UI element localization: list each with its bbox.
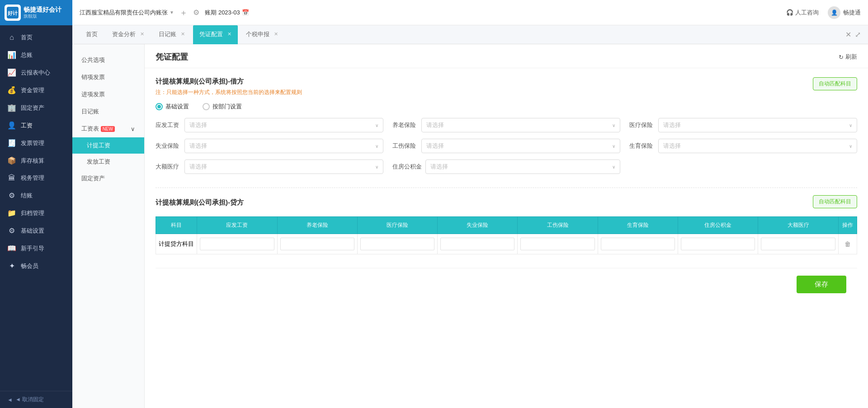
delete-row-button[interactable]: 🗑	[844, 240, 851, 248]
left-menu-purchase[interactable]: 进项发票	[72, 86, 144, 103]
cancel-pin-button[interactable]: ◄ ◄ 取消固定	[0, 391, 72, 408]
tabbar: 首页 资金分析 ✕ 日记账 ✕ 凭证配置 ✕ 个税申报 ✕ ✕ ⤢	[72, 25, 868, 44]
input-ylbx[interactable]	[280, 238, 354, 250]
sidebar-item-invoice[interactable]: 🧾 发票管理	[0, 134, 72, 152]
tabbar-actions: ✕ ⤢	[845, 30, 861, 39]
settings-button[interactable]: ⚙	[193, 8, 199, 17]
sidebar-item-label: 固定资产	[21, 104, 44, 112]
col-zfgjj: 住房公积金	[678, 217, 758, 234]
chevron-down-icon: ∨	[612, 144, 615, 149]
left-menu-journal[interactable]: 日记账	[72, 103, 144, 120]
customer-service-button[interactable]: 🎧 人工咨询	[786, 9, 819, 17]
user-menu[interactable]: 👤 畅捷通	[828, 6, 861, 19]
close-tab-icon[interactable]: ✕	[845, 30, 851, 39]
headset-icon: 🎧	[786, 9, 793, 16]
col-action: 操作	[838, 217, 857, 234]
debit-auto-match-button[interactable]: 自动匹配科目	[813, 77, 857, 90]
sidebar-item-ledger[interactable]: 📊 总账	[0, 46, 72, 64]
select-sybx2[interactable]: 请选择 ∨	[658, 139, 857, 153]
input-zfgjj[interactable]	[681, 238, 755, 250]
label-ylbx: 养老保险	[392, 121, 418, 129]
radio-dept[interactable]: 按部门设置	[203, 103, 242, 111]
left-menu-fixed-asset[interactable]: 固定资产	[72, 170, 144, 187]
tab-tax-close[interactable]: ✕	[274, 31, 278, 37]
input-ylbx2[interactable]	[360, 238, 434, 250]
label-sybx2: 生育保险	[629, 142, 655, 150]
sidebar-item-label: 云报表中心	[21, 69, 50, 77]
sidebar-item-asset[interactable]: 🏢 固定资产	[0, 99, 72, 117]
left-menu-pay-salary[interactable]: 发放工资	[72, 154, 144, 170]
close-period-icon: ⚙	[7, 191, 16, 200]
input-dely[interactable]	[761, 238, 835, 250]
sidebar-item-stock[interactable]: 📦 库存核算	[0, 152, 72, 169]
save-button[interactable]: 保存	[797, 276, 846, 293]
form-row-sybx: 失业保险 请选择 ∨	[156, 139, 383, 153]
company-dropdown-icon: ▼	[170, 10, 174, 15]
sidebar-item-report[interactable]: 📈 云报表中心	[0, 64, 72, 81]
input-sybx[interactable]	[440, 238, 514, 250]
sidebar-item-settings[interactable]: ⚙ 基础设置	[0, 222, 72, 239]
member-icon: ✦	[7, 262, 16, 270]
sidebar-item-label: 库存核算	[21, 157, 44, 165]
calendar-icon: 📅	[242, 9, 249, 16]
left-menu-salary-group: 工资表 NEW ∨ 计提工资 发放工资	[72, 120, 144, 170]
table-row: 计提贷方科目 🗑	[156, 234, 857, 254]
tab-journal-close[interactable]: ✕	[181, 31, 185, 37]
expand-tab-icon[interactable]: ⤢	[855, 30, 861, 39]
left-menu-salary-table[interactable]: 工资表 NEW ∨	[72, 120, 144, 137]
select-ylbx2[interactable]: 请选择 ∨	[658, 118, 857, 132]
sidebar-item-fund[interactable]: 💰 资金管理	[0, 81, 72, 99]
label-zfgjj: 住房公积金	[392, 163, 422, 171]
company-selector[interactable]: 江西服宝精品有限责任公司内账张 ▼	[80, 9, 174, 17]
col-ylbx2: 医疗保险	[357, 217, 437, 234]
tab-voucher-close[interactable]: ✕	[227, 31, 231, 37]
period-selector[interactable]: 账期 2023-03 📅	[205, 9, 249, 17]
sidebar-item-salary[interactable]: 👤 工资	[0, 117, 72, 134]
tab-voucher-label: 凭证配置	[199, 30, 223, 38]
add-account-button[interactable]: ＋	[179, 7, 188, 18]
select-dely[interactable]: 请选择 ∨	[184, 159, 383, 174]
left-menu-calc-salary[interactable]: 计提工资	[72, 137, 144, 154]
select-zfgjj[interactable]: 请选择 ∨	[425, 159, 620, 174]
archive-icon: 📁	[7, 209, 16, 217]
refresh-button[interactable]: ↻ 刷新	[839, 53, 857, 61]
sidebar-item-archive[interactable]: 📁 归档管理	[0, 204, 72, 222]
input-gsbx[interactable]	[520, 238, 594, 250]
left-menu-sales[interactable]: 销项发票	[72, 69, 144, 86]
cell-ylbx2	[357, 234, 437, 254]
radio-basic[interactable]: 基础设置	[156, 103, 189, 111]
sidebar-item-label: 结账	[21, 192, 33, 200]
select-sybx[interactable]: 请选择 ∨	[184, 139, 383, 153]
sidebar-item-guide[interactable]: 📖 新手引导	[0, 239, 72, 257]
input-sybx2[interactable]	[601, 238, 675, 250]
new-badge: NEW	[101, 126, 115, 132]
tab-voucher[interactable]: 凭证配置 ✕	[193, 25, 238, 44]
sidebar-item-tax[interactable]: 🏛 税务管理	[0, 169, 72, 187]
app-logo: 好计 畅捷通好会计 旗舰版	[0, 0, 72, 25]
tab-home[interactable]: 首页	[80, 25, 104, 44]
chevron-down-icon: ∨	[612, 123, 615, 128]
select-yfgz[interactable]: 请选择 ∨	[184, 118, 383, 132]
ledger-icon: 📊	[7, 51, 16, 59]
page-body: 计提核算规则(公司承担)-借方 注：只能选择一种方式，系统将按照您当前的选择来配…	[145, 68, 868, 310]
tab-journal[interactable]: 日记账 ✕	[152, 25, 191, 44]
select-ylbx[interactable]: 请选择 ∨	[421, 118, 620, 132]
select-gsbx[interactable]: 请选择 ∨	[421, 139, 620, 153]
avatar-icon: 👤	[831, 9, 838, 16]
cancel-pin-icon: ◄	[7, 397, 13, 403]
tab-fund-close[interactable]: ✕	[140, 31, 144, 37]
sidebar-item-close[interactable]: ⚙ 结账	[0, 187, 72, 204]
tax-icon: 🏛	[7, 174, 16, 182]
sidebar-item-member[interactable]: ✦ 畅会员	[0, 257, 72, 275]
radio-basic-label: 基础设置	[165, 103, 189, 111]
input-yfgz[interactable]	[200, 238, 274, 250]
tab-fund[interactable]: 资金分析 ✕	[106, 25, 151, 44]
sidebar-item-home[interactable]: ⌂ 首页	[0, 29, 72, 46]
col-ylbx: 养老保险	[277, 217, 357, 234]
credit-auto-match-button[interactable]: 自动匹配科目	[813, 195, 857, 208]
settings-icon: ⚙	[7, 226, 16, 235]
tab-tax[interactable]: 个税申报 ✕	[240, 25, 284, 44]
left-menu-public[interactable]: 公共选项	[72, 52, 144, 69]
cell-action: 🗑	[838, 234, 857, 254]
tab-fund-label: 资金分析	[112, 30, 136, 38]
